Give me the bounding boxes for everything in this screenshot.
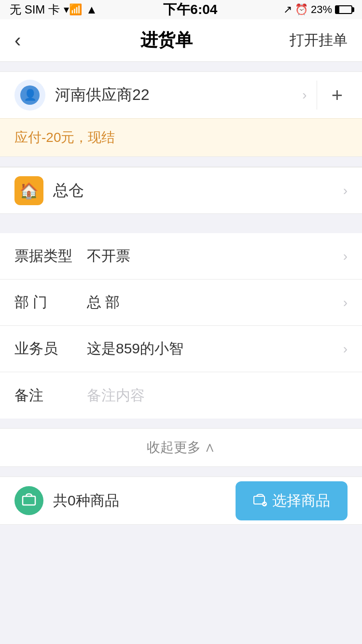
warning-text: 应付-20元，现结 bbox=[14, 130, 115, 145]
cart-icon bbox=[14, 486, 43, 515]
gap-2 bbox=[0, 157, 362, 167]
battery-percent: 23% bbox=[311, 3, 332, 16]
location-icon: ↗ bbox=[283, 3, 292, 16]
invoice-type-row[interactable]: 票据类型 不开票 › bbox=[0, 233, 362, 280]
supplier-row[interactable]: 👤 河南供应商22 › + bbox=[0, 72, 362, 118]
svg-rect-0 bbox=[23, 496, 35, 505]
warning-banner: 应付-20元，现结 bbox=[0, 118, 362, 156]
warehouse-icon: 🏠 bbox=[14, 176, 43, 205]
department-chevron-icon: › bbox=[343, 295, 348, 310]
department-row[interactable]: 部 门 总 部 › bbox=[0, 280, 362, 326]
back-button[interactable]: ‹ bbox=[14, 29, 43, 51]
invoice-type-value: 不开票 bbox=[87, 246, 343, 266]
supplier-chevron-icon: › bbox=[302, 87, 306, 103]
alarm-icon: ⏰ bbox=[295, 3, 308, 16]
product-count-label: 共0种商品 bbox=[53, 491, 236, 511]
divider bbox=[317, 81, 317, 110]
warehouse-chevron-icon: › bbox=[343, 183, 348, 198]
gap-3 bbox=[0, 214, 362, 224]
gap-1 bbox=[0, 62, 362, 71]
department-label: 部 门 bbox=[14, 293, 77, 312]
wifi-icon: ▾📶 bbox=[64, 3, 82, 16]
warehouse-section: 🏠 总仓 › bbox=[0, 167, 362, 214]
time-label: 下午6:04 bbox=[163, 0, 217, 19]
collapse-button[interactable]: 收起更多 ∧ bbox=[0, 428, 362, 467]
add-supplier-button[interactable]: + bbox=[327, 84, 348, 106]
remark-placeholder: 备注内容 bbox=[87, 386, 348, 406]
open-pending-button[interactable]: 打开挂单 bbox=[290, 30, 348, 50]
wifi-bars: ︎▲ bbox=[86, 3, 97, 16]
avatar-person-icon: 👤 bbox=[20, 85, 40, 105]
select-product-button[interactable]: 选择商品 bbox=[236, 481, 348, 520]
remark-row[interactable]: 备注 备注内容 bbox=[0, 372, 362, 419]
remark-label: 备注 bbox=[14, 386, 77, 406]
department-value: 总 部 bbox=[87, 293, 343, 312]
salesperson-value: 这是859的小智 bbox=[87, 339, 343, 359]
select-product-label: 选择商品 bbox=[272, 491, 330, 511]
supplier-name: 河南供应商22 bbox=[55, 84, 302, 106]
back-chevron-icon: ‹ bbox=[14, 29, 21, 51]
page-background bbox=[0, 525, 362, 644]
salesperson-label: 业务员 bbox=[14, 339, 77, 359]
form-section: 票据类型 不开票 › 部 门 总 部 › 业务员 这是859的小智 › 备注 备… bbox=[0, 233, 362, 419]
warehouse-row[interactable]: 🏠 总仓 › bbox=[0, 167, 362, 213]
salesperson-row[interactable]: 业务员 这是859的小智 › bbox=[0, 326, 362, 372]
status-left: 无 SIM 卡 ▾📶 ︎▲ bbox=[10, 2, 97, 17]
warehouse-name: 总仓 bbox=[53, 180, 343, 201]
carrier-label: 无 SIM 卡 bbox=[10, 2, 60, 17]
avatar: 👤 bbox=[14, 80, 45, 111]
status-bar: 无 SIM 卡 ▾📶 ︎▲ 下午6:04 ↗ ⏰ 23% bbox=[0, 0, 362, 19]
supplier-section: 👤 河南供应商22 › + 应付-20元，现结 bbox=[0, 71, 362, 157]
bottom-bar: 共0种商品 选择商品 bbox=[0, 476, 362, 525]
collapse-label: 收起更多 ∧ bbox=[147, 438, 216, 457]
nav-bar: ‹ 进货单 打开挂单 bbox=[0, 19, 362, 62]
page-title: 进货单 bbox=[140, 28, 193, 52]
invoice-type-chevron-icon: › bbox=[343, 249, 348, 264]
status-right: ↗ ⏰ 23% bbox=[283, 3, 352, 16]
battery-icon bbox=[335, 5, 352, 14]
invoice-type-label: 票据类型 bbox=[14, 246, 77, 266]
salesperson-chevron-icon: › bbox=[343, 341, 348, 357]
